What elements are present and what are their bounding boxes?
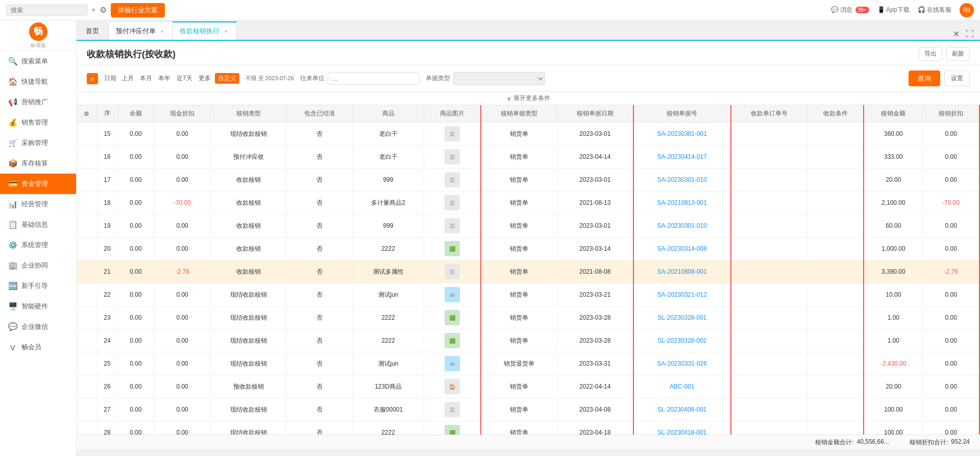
cell-writeoff-amount: 100.00 [864, 398, 922, 421]
cell-goods-img: 🖼 [424, 214, 481, 237]
sidebar-item-marketing[interactable]: 📢营销推广 [0, 92, 76, 112]
message-label: 消息 [840, 6, 852, 13]
app-download[interactable]: 📱 App下载 [877, 6, 910, 14]
sidebar-item-sales[interactable]: 💰销售管理 [0, 112, 76, 133]
table-container[interactable]: ⚙ 序 余额 现金折扣 核销类型 包含已结清 商品 商品图片 核销单据类型 核销… [77, 105, 980, 435]
tab-write-off-close[interactable]: × [223, 28, 229, 35]
bill-no-link[interactable]: SL-20230408-001 [657, 406, 706, 413]
cell-balance: 0.00 [117, 260, 154, 283]
tab-close-all[interactable]: ✕ [951, 28, 962, 40]
bill-no-link[interactable]: ABC-001 [670, 383, 695, 390]
sidebar-item-enterprise[interactable]: 🏢企业协同 [0, 255, 76, 276]
goods-image: 🏠 [445, 379, 460, 394]
search-input[interactable] [6, 5, 88, 16]
bill-no-link[interactable]: SA-20230331-026 [657, 360, 707, 367]
bill-no-link[interactable]: SA-20230321-012 [657, 291, 707, 298]
bill-no-link[interactable]: SA-20210813-001 [657, 199, 707, 206]
cell-writeoff-amount: 3,390.00 [864, 260, 922, 283]
bill-no-link[interactable]: SL-20230328-001 [657, 314, 706, 321]
export-button[interactable]: 导出 [919, 47, 942, 61]
sidebar-item-purchase[interactable]: 🛒采购管理 [0, 133, 76, 153]
query-button[interactable]: 查询 [909, 70, 940, 86]
cell-writeoff-bill-no[interactable]: SA-20230314-008 [633, 237, 731, 260]
sidebar-item-system[interactable]: ⚙️系统管理 [0, 235, 76, 255]
bill-no-link[interactable]: SA-20230314-008 [657, 245, 707, 252]
cell-writeoff-bill-no[interactable]: SA-20210808-001 [633, 260, 731, 283]
cell-writeoff-bill-no[interactable]: SA-20230321-012 [633, 283, 731, 306]
bill-no-link[interactable]: SA-20230301-010 [657, 222, 707, 229]
message-icon[interactable]: 💬 消息 99+ [831, 6, 869, 14]
sidebar-item-inventory[interactable]: 📦库存核算 [0, 153, 76, 174]
cell-writeoff-amount: 10.00 [864, 283, 922, 306]
bill-no-link[interactable]: SA-20230301-010 [657, 176, 707, 183]
date-last-month[interactable]: 上月 [119, 73, 136, 84]
date-this-year[interactable]: 本年 [156, 73, 173, 84]
horizontal-scrollbar[interactable] [77, 450, 980, 456]
avatar[interactable]: Rit [960, 3, 974, 17]
dropdown-arrow[interactable]: ▾ [92, 6, 95, 14]
page-actions: 导出 刷新 [919, 47, 970, 61]
industry-button[interactable]: 体验行业方案 [111, 3, 165, 17]
cell-goods-img: 🖼 [424, 123, 481, 146]
th-writeoff-discount: 核销折扣 [923, 105, 979, 123]
cell-writeoff-bill-no[interactable]: ABC-001 [633, 375, 731, 398]
cell-writeoff-bill-no[interactable]: SA-20230331-026 [633, 352, 731, 375]
cell-goods-img: 🏙 [424, 352, 481, 375]
th-writeoff-bill-no: 核销单据号 [633, 105, 731, 123]
date-more[interactable]: 更多 [197, 73, 213, 84]
cell-writeoff-bill-no[interactable]: SA-20230301-001 [633, 123, 731, 146]
cell-writeoff-bill-no[interactable]: SL-20230328-002 [633, 329, 731, 352]
expand-more-button[interactable]: ∨ 展开更多条件 [507, 94, 550, 103]
date-custom[interactable]: 自定义 [215, 73, 239, 84]
bill-no-link[interactable]: SL-20230418-001 [657, 429, 706, 435]
sidebar-item-shortcut[interactable]: 🏠快捷导航 [0, 71, 76, 92]
cell-cash-discount: 0.00 [154, 421, 210, 435]
cell-goods: 2222 [352, 421, 424, 435]
cell-writeoff-bill-no[interactable]: SA-20230414-017 [633, 146, 731, 169]
tab-write-off[interactable]: 收款核销执行 × [173, 21, 236, 40]
cell-settings [77, 123, 97, 146]
bill-no-link[interactable]: SA-20230414-017 [657, 153, 707, 160]
sidebar-item-member[interactable]: V畅会员 [0, 337, 76, 357]
cell-goods: 999 [352, 169, 424, 191]
tab-prepaid-close[interactable]: × [159, 28, 165, 35]
sidebar-item-finance[interactable]: 💳资金管理 [0, 174, 76, 194]
cell-writeoff-bill-no[interactable]: SA-20230301-010 [633, 214, 731, 237]
cell-goods-img: 🟩 [424, 306, 481, 329]
sidebar-item-basic[interactable]: 📋基础信息 [0, 214, 76, 235]
gear-icon[interactable]: ⚙ [100, 5, 107, 15]
cell-goods-img: 🏙 [424, 283, 481, 306]
cell-writeoff-bill-no[interactable]: SL-20230418-001 [633, 421, 731, 435]
online-service[interactable]: 🎧 在线客服 [918, 6, 951, 14]
cell-writeoff-bill-no[interactable]: SA-20230301-010 [633, 169, 731, 191]
date-7days[interactable]: 近7天 [175, 73, 194, 84]
settings-button[interactable]: 设置 [944, 70, 970, 86]
cell-writeoff-bill-no[interactable]: SA-20210813-001 [633, 191, 731, 214]
sidebar-item-guide[interactable]: 🆕新手引导 [0, 276, 76, 296]
sidebar-item-management[interactable]: 📊经营管理 [0, 194, 76, 214]
cell-writeoff-bill-date: 2023-04-18 [557, 421, 633, 435]
cell-writeoff-bill-no[interactable]: SL-20230328-001 [633, 306, 731, 329]
table-row: 28 0.00 0.00 现结收款核销 否 2222 🟩 销货单 2023-04… [77, 421, 979, 435]
sidebar-item-search[interactable]: 🔍搜索菜单 [0, 51, 76, 71]
footer-total-amount: 核销金额合计: 40,556,66... [815, 438, 889, 447]
sidebar-item-wechat[interactable]: 💬企业微信 [0, 317, 76, 337]
cell-writeoff-bill-no[interactable]: SL-20230408-001 [633, 398, 731, 421]
cell-writeoff-bill-type: 销货单 [481, 191, 557, 214]
voucher-type-select[interactable] [453, 72, 545, 85]
counterparty-input[interactable] [328, 73, 420, 85]
bill-no-link[interactable]: SL-20230328-002 [657, 337, 706, 344]
bill-no-link[interactable]: SA-20210808-001 [657, 268, 707, 275]
th-settings[interactable]: ⚙ [77, 105, 97, 123]
cell-no: 27 [97, 398, 117, 421]
bill-no-link[interactable]: SA-20230301-001 [657, 130, 707, 137]
tab-maximize[interactable]: ⛶ [964, 29, 976, 40]
sidebar-item-hardware[interactable]: 🖥️智能硬件 [0, 296, 76, 317]
cell-receipt-cond [807, 352, 864, 375]
top-bar: ▾ ⚙ 体验行业方案 💬 消息 99+ 📱 App下载 🎧 在线客服 Rit [0, 0, 980, 20]
refresh-button[interactable]: 刷新 [946, 47, 970, 61]
date-this-month[interactable]: 本月 [138, 73, 154, 84]
tab-home[interactable]: 首页 [77, 22, 109, 40]
tab-prepaid[interactable]: 预付冲应付单 × [109, 22, 173, 40]
filter-expand-button[interactable]: » [87, 73, 98, 84]
